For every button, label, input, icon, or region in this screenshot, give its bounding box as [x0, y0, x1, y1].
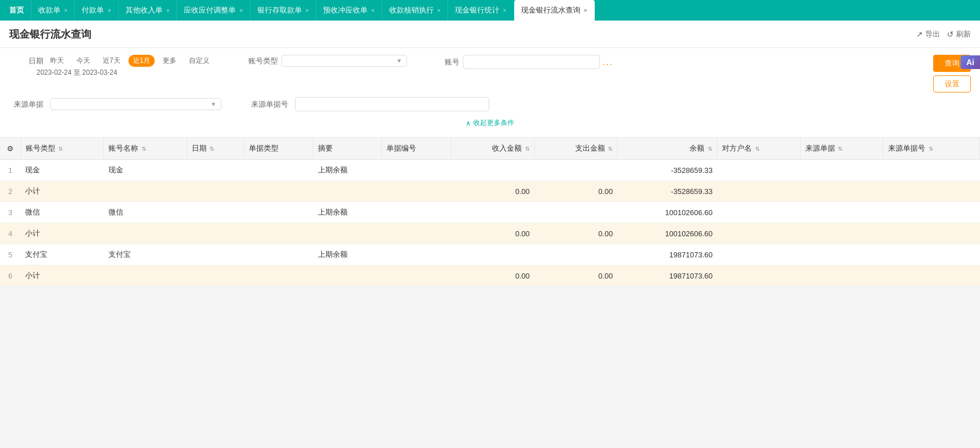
income-cell: 0.00: [451, 181, 534, 202]
income-cell: [451, 244, 534, 265]
date-opt-1month[interactable]: 近1月: [128, 55, 155, 67]
balance-cell: 100102606.60: [618, 202, 717, 223]
page-title: 现金银行流水查询: [9, 27, 91, 41]
source-doc-num-cell: [884, 265, 980, 286]
summary-cell: 上期余额: [313, 244, 382, 265]
counterpart-cell: [717, 244, 800, 265]
close-icon[interactable]: ×: [305, 7, 309, 14]
settings-button[interactable]: 设置: [933, 75, 971, 92]
source-doc-cell: [800, 202, 884, 223]
close-icon[interactable]: ×: [503, 7, 506, 14]
income-cell: 0.00: [451, 265, 534, 286]
col-acct-name[interactable]: 账号名称 ⇅: [104, 138, 187, 160]
summary-cell: 上期余额: [313, 202, 382, 223]
col-summary[interactable]: 摘要: [313, 138, 382, 160]
acct-name-cell: 支付宝: [104, 244, 187, 265]
row-number: 6: [0, 265, 21, 286]
nav-tab-tiaozheng[interactable]: 应收应付调整单 ×: [177, 0, 250, 21]
account-type-select[interactable]: ▼: [281, 55, 407, 67]
date-opt-custom[interactable]: 自定义: [184, 55, 214, 67]
expense-cell: [534, 244, 618, 265]
nav-tab-hexiao[interactable]: 收款核销执行 ×: [382, 0, 448, 21]
close-icon[interactable]: ×: [239, 7, 243, 14]
date-opt-more[interactable]: 更多: [158, 55, 181, 67]
nav-tab-fukuan[interactable]: 付款单 ×: [75, 0, 118, 21]
acct-type-cell: 微信: [21, 202, 104, 223]
row-number: 3: [0, 202, 21, 223]
chevron-down-icon: ▼: [396, 58, 402, 64]
income-cell: 0.00: [451, 223, 534, 244]
acct-name-cell: 现金: [104, 160, 187, 181]
date-opt-yesterday[interactable]: 昨天: [46, 55, 68, 67]
source-doc-num-input[interactable]: [295, 97, 489, 111]
acct-type-cell: 现金: [21, 160, 104, 181]
close-icon[interactable]: ×: [107, 7, 111, 14]
doc-type-cell: [244, 181, 313, 202]
col-acct-type[interactable]: 账号类型 ⇅: [21, 138, 104, 160]
nav-tab-qita[interactable]: 其他收入单 ×: [119, 0, 177, 21]
close-icon[interactable]: ×: [437, 7, 441, 14]
date-cell: [187, 181, 244, 202]
col-balance[interactable]: 余额 ⇅: [618, 138, 717, 160]
counterpart-cell: [717, 181, 800, 202]
nav-tab-liushui[interactable]: 现金银行流水查询 ×: [514, 0, 595, 21]
close-icon[interactable]: ×: [166, 7, 170, 14]
sort-icon: ⇅: [708, 146, 712, 152]
collapse-up-icon: ∧: [466, 119, 471, 127]
date-range-display: 2023-02-24 至 2023-03-24: [37, 68, 117, 76]
source-doc-num-cell: [884, 181, 980, 202]
sort-icon: ⇅: [838, 146, 842, 152]
close-icon[interactable]: ×: [371, 7, 374, 14]
col-income[interactable]: 收入金额 ⇅: [451, 138, 534, 160]
balance-cell: 100102606.60: [618, 223, 717, 244]
col-source-doc-num[interactable]: 来源单据号 ⇅: [884, 138, 980, 160]
date-opt-7days[interactable]: 近7天: [98, 55, 125, 67]
acct-name-cell: [104, 265, 187, 286]
acct-type-cell: 支付宝: [21, 244, 104, 265]
acct-type-cell: 小计: [21, 223, 104, 244]
col-settings[interactable]: ⚙: [0, 138, 21, 160]
source-doc-select[interactable]: ▼: [50, 98, 221, 110]
page-header: 现金银行流水查询 ↗ 导出 ↺ 刷新: [0, 21, 980, 48]
close-icon[interactable]: ×: [584, 7, 587, 14]
expense-cell: 0.00: [534, 181, 618, 202]
sort-icon: ⇅: [142, 146, 146, 152]
nav-tab-shoudan[interactable]: 收款单 ×: [31, 0, 75, 21]
col-date[interactable]: 日期 ⇅: [187, 138, 244, 160]
table-row: 2 小计 0.00 0.00 -3528659.33: [0, 181, 980, 202]
nav-home[interactable]: 首页: [2, 0, 31, 21]
col-counterpart[interactable]: 对方户名 ⇅: [717, 138, 800, 160]
col-source-doc[interactable]: 来源单据 ⇅: [800, 138, 884, 160]
collapse-bar[interactable]: ∧ 收起更多条件: [9, 116, 971, 130]
table-header-row: ⚙ 账号类型 ⇅ 账号名称 ⇅ 日期 ⇅ 单据类型 摘要: [0, 138, 980, 160]
sort-icon: ⇅: [929, 146, 933, 152]
account-input[interactable]: [463, 55, 600, 69]
source-doc-cell: [800, 244, 884, 265]
row-number: 4: [0, 223, 21, 244]
date-cell: [187, 202, 244, 223]
nav-tab-yushou[interactable]: 预收冲应收单 ×: [316, 0, 382, 21]
sort-icon: ⇅: [58, 146, 63, 152]
export-button[interactable]: ↗ 导出: [916, 29, 940, 39]
balance-cell: -3528659.33: [618, 160, 717, 181]
data-table: ⚙ 账号类型 ⇅ 账号名称 ⇅ 日期 ⇅ 单据类型 摘要: [0, 138, 980, 286]
close-icon[interactable]: ×: [64, 7, 67, 14]
refresh-button[interactable]: ↺ 刷新: [947, 29, 971, 39]
acct-name-cell: [104, 181, 187, 202]
doc-num-cell: [382, 160, 451, 181]
top-nav: 首页 收款单 × 付款单 × 其他收入单 × 应收应付调整单 × 银行存取款单 …: [0, 0, 980, 21]
sort-icon: ⇅: [525, 146, 530, 152]
counterpart-cell: [717, 160, 800, 181]
doc-num-cell: [382, 265, 451, 286]
date-opt-today[interactable]: 今天: [72, 55, 95, 67]
nav-tab-yinhang[interactable]: 银行存取款单 ×: [251, 0, 316, 21]
date-label: 日期: [9, 56, 43, 66]
col-expense[interactable]: 支出金额 ⇅: [534, 138, 618, 160]
ai-badge[interactable]: Ai: [961, 55, 980, 69]
col-doc-num[interactable]: 单据编号: [382, 138, 451, 160]
nav-tab-tongji[interactable]: 现金银行统计 ×: [448, 0, 514, 21]
account-dots-button[interactable]: ...: [602, 57, 613, 67]
header-actions: ↗ 导出 ↺ 刷新: [916, 29, 971, 39]
row-number: 2: [0, 181, 21, 202]
col-doc-type[interactable]: 单据类型: [244, 138, 313, 160]
